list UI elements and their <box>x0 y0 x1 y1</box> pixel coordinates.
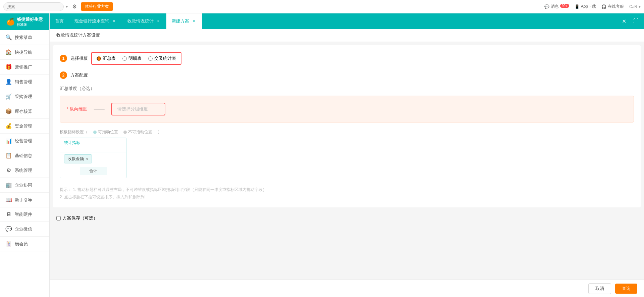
wechat-icon: 💬 <box>5 226 12 232</box>
step1-label: 选择模板 <box>70 55 88 61</box>
sidebar-item-beginner[interactable]: 📖 新手引导 <box>0 193 49 207</box>
tips-section: 提示： 1. 拖动标题栏可以调整布局，不可跨维度或指标区域拖动列目字段（只能在同… <box>60 186 634 201</box>
tab-close-icon[interactable]: × <box>191 18 197 24</box>
metrics-tag-row: 收款金额 ∨ <box>60 152 126 165</box>
template-summary-label: 汇总表 <box>103 55 116 61</box>
tip-1: 提示： 1. 拖动标题栏可以调整布局，不可跨维度或指标区域拖动列目字段（只能在同… <box>60 186 634 194</box>
sidebar-item-marketing[interactable]: 🎁 营销推广 <box>0 60 49 75</box>
sidebar-logo: 🍊 畅捷通好生意 标准版 <box>0 13 49 30</box>
radio-detail[interactable] <box>122 56 127 61</box>
page-content: 收款情况统计方案设置 1 选择模板 汇总表 明细表 <box>50 29 644 280</box>
gear-icon[interactable]: ⚙ <box>70 2 79 11</box>
arrow-separator: —— <box>94 106 105 112</box>
maximize-icon[interactable]: ⛶ <box>631 16 641 26</box>
tab-collection-stat[interactable]: 收款情况统计 × <box>122 13 166 29</box>
sidebar-item-corp-wechat[interactable]: 💬 企业微信 <box>0 222 49 237</box>
service-button[interactable]: 🎧 在线客服 <box>601 4 624 9</box>
tab-bar: 首页 现金银行流水查询 × 收款情况统计 × 新建方案 × ✕ ⛶ <box>50 13 644 29</box>
sidebar-item-label: 新手引导 <box>15 197 32 203</box>
home-icon: 🏠 <box>5 49 12 55</box>
sidebar-item-label: 销售管理 <box>15 79 32 85</box>
sidebar-item-label: 基础信息 <box>15 153 32 159</box>
hardware-icon: 🖥 <box>5 211 12 217</box>
base-info-icon: 📋 <box>5 152 12 159</box>
footer-bar: 取消 查询 <box>50 280 644 297</box>
config-section: 汇总维度（必选） * 纵向维度 —— 请选择分组维度 模板指标设定（ 可拖动位置 <box>60 86 634 201</box>
close-window-icon[interactable]: ✕ <box>619 16 629 26</box>
sidebar-item-corp-collab[interactable]: 🏢 企业协同 <box>0 178 49 193</box>
sidebar-item-inventory[interactable]: 📦 库存核算 <box>0 104 49 119</box>
dimension-selector[interactable]: 请选择分组维度 <box>111 103 165 115</box>
tab-close-icon[interactable]: × <box>111 18 117 24</box>
sidebar-item-label: 智能硬件 <box>15 211 32 217</box>
save-checkbox-label: 方案保存（可选） <box>63 215 98 221</box>
sidebar-item-finance[interactable]: 💰 资金管理 <box>0 119 49 134</box>
tab-new-plan-label: 新建方案 <box>172 18 189 24</box>
sidebar-item-sales[interactable]: 👤 销售管理 <box>0 75 49 89</box>
metrics-close: ） <box>158 129 162 135</box>
sidebar-item-purchase[interactable]: 🛒 采购管理 <box>0 89 49 104</box>
download-button[interactable]: 📱 App下载 <box>575 4 596 9</box>
system-icon: ⚙ <box>5 167 12 174</box>
tab-bank-flow[interactable]: 现金银行流水查询 × <box>69 13 122 29</box>
dimension-section-title: 汇总维度（必选） <box>60 86 634 92</box>
sidebar-item-label: 畅会员 <box>15 241 28 247</box>
trial-button[interactable]: 体验行业方案 <box>81 2 113 11</box>
sidebar-item-operations[interactable]: 📊 经营管理 <box>0 134 49 148</box>
top-bar-left: ▾ ⚙ 体验行业方案 <box>3 2 542 11</box>
tab-collection-stat-label: 收款情况统计 <box>127 18 154 24</box>
search-menu-icon: 🔍 <box>5 34 12 41</box>
tab-new-plan[interactable]: 新建方案 × <box>166 13 202 29</box>
sidebar-item-smart-hw[interactable]: 🖥 智能硬件 <box>0 207 49 222</box>
finance-icon: 💰 <box>5 123 12 129</box>
fixed-dot <box>123 131 127 134</box>
step2-label: 方案配置 <box>70 72 88 78</box>
metrics-section: 模板指标设定（ 可拖动位置 不可拖动位置 ） <box>60 129 634 178</box>
cancel-button[interactable]: 取消 <box>588 283 611 294</box>
sidebar-item-quick-nav[interactable]: 🏠 快捷导航 <box>0 45 49 60</box>
draggable-indicator: 可拖动位置 <box>93 129 118 135</box>
search-input[interactable] <box>3 2 64 11</box>
sidebar: 🍊 畅捷通好生意 标准版 🔍 搜索菜单 🏠 快捷导航 🎁 营销推广 👤 销售管理… <box>0 13 50 297</box>
metrics-header: 模板指标设定（ 可拖动位置 不可拖动位置 ） <box>60 129 634 135</box>
sidebar-item-label: 企业协同 <box>15 182 32 188</box>
template-option-crosstab[interactable]: 交叉统计表 <box>148 55 176 61</box>
metrics-sub-row: 合计 <box>60 165 126 178</box>
sidebar-item-system[interactable]: ⚙ 系统管理 <box>0 163 49 178</box>
sidebar-item-label: 营销推广 <box>15 64 32 70</box>
corp-icon: 🏢 <box>5 182 12 188</box>
user-info[interactable]: CaR ▾ <box>629 4 641 9</box>
save-section: 方案保存（可选） <box>50 211 644 225</box>
template-options-box: 汇总表 明细表 交叉统计表 <box>91 52 181 65</box>
metrics-tag[interactable]: 收款金额 ∨ <box>64 154 92 163</box>
chevron-down-icon: ▾ <box>639 4 641 9</box>
metrics-section-title: 模板指标设定（ <box>60 129 88 135</box>
save-checkbox-row[interactable]: 方案保存（可选） <box>56 215 98 221</box>
dimension-area: * 纵向维度 —— 请选择分组维度 <box>60 96 634 122</box>
sidebar-item-base-info[interactable]: 📋 基础信息 <box>0 148 49 163</box>
fixed-indicator: 不可拖动位置 <box>123 129 152 135</box>
logo-icon: 🍊 <box>6 18 15 26</box>
save-checkbox[interactable] <box>56 216 61 220</box>
main-layout: 🍊 畅捷通好生意 标准版 🔍 搜索菜单 🏠 快捷导航 🎁 营销推广 👤 销售管理… <box>0 13 644 297</box>
sidebar-item-label: 库存核算 <box>15 108 32 114</box>
top-bar: ▾ ⚙ 体验行业方案 💬 消息 99+ 📱 App下载 🎧 在线客服 CaR ▾ <box>0 0 644 13</box>
form-section: 1 选择模板 汇总表 明细表 交叉统计表 <box>53 45 641 207</box>
purchase-icon: 🛒 <box>5 93 12 100</box>
sidebar-item-label: 采购管理 <box>15 94 32 100</box>
logo-text: 畅捷通好生意 <box>17 16 43 22</box>
tab-home[interactable]: 首页 <box>50 13 69 29</box>
sidebar-item-search-menu[interactable]: 🔍 搜索菜单 <box>0 30 49 45</box>
metrics-tag-label: 收款金额 <box>68 156 84 162</box>
message-button[interactable]: 💬 消息 99+ <box>544 4 569 9</box>
metrics-group-header: 统计指标 <box>60 138 126 152</box>
radio-summary[interactable] <box>97 56 101 61</box>
chevron-down-icon[interactable]: ▾ <box>66 4 68 9</box>
query-button[interactable]: 查询 <box>615 284 637 294</box>
tab-close-icon[interactable]: × <box>156 18 161 24</box>
template-option-detail[interactable]: 明细表 <box>122 55 142 61</box>
sidebar-item-member[interactable]: 🃏 畅会员 <box>0 237 49 251</box>
metrics-group-label: 统计指标 <box>64 140 80 147</box>
radio-crosstab[interactable] <box>148 56 153 61</box>
template-option-summary[interactable]: 汇总表 <box>97 55 116 61</box>
